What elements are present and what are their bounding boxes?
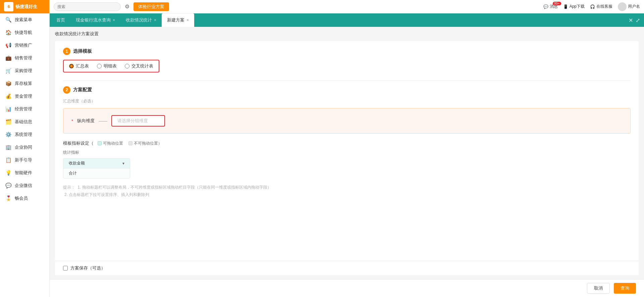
radio-detail[interactable]: 明细表 (97, 63, 117, 69)
chart-icon: 📊 (5, 106, 11, 112)
save-checkbox[interactable] (63, 266, 68, 270)
step2-title: 方案配置 (73, 87, 92, 93)
legend-draggable: 可拖动位置 (98, 141, 123, 146)
metric-dropdown-icon[interactable]: ▾ (122, 161, 124, 166)
tab-new-plan[interactable]: 新建方案 × (162, 13, 194, 27)
member-icon: 🎖️ (5, 195, 11, 201)
tabs-bar: 首页 现金银行流水查询 × 收款情况统计 × 新建方案 × ✕ ⤢ (50, 13, 644, 27)
download-item[interactable]: 📱 App下载 (563, 4, 585, 9)
metric-settings-header: 模板指标设定（ 可拖动位置 不可拖动位置） (63, 140, 631, 146)
sidebar-item-label: 企业微信 (15, 183, 32, 189)
vertical-label: 纵向维度 (77, 118, 95, 124)
inventory-icon: 📦 (5, 81, 11, 87)
radio-cross-label: 交叉统计表 (131, 63, 153, 69)
sidebar-item-finance[interactable]: 💰 资金管理 (0, 90, 49, 103)
corp-icon: 🏢 (5, 144, 11, 150)
step2-section: 2 方案配置 汇总维度（必选） * 纵向维度 —— 请选择分组维度 (63, 86, 631, 198)
expand-icon[interactable]: ⤢ (636, 17, 640, 23)
query-button[interactable]: 查询 (614, 283, 636, 294)
sidebar-item-wechat[interactable]: 💬 企业微信 (0, 179, 49, 192)
radio-detail-input[interactable] (97, 64, 102, 68)
non-draggable-dot (128, 141, 132, 145)
settings-icon[interactable]: ⚙ (125, 3, 129, 10)
sidebar-item-operations[interactable]: 📊 经营管理 (0, 103, 49, 115)
service-icon: 🎧 (590, 4, 595, 9)
trial-button[interactable]: 体验行业方案 (133, 2, 169, 11)
tabs-actions: ✕ ⤢ (629, 17, 643, 23)
guide-icon: 📋 (5, 157, 11, 163)
radio-summary[interactable]: 汇总表 (69, 63, 89, 69)
info-icon: 🗂️ (5, 119, 11, 125)
tab-new-plan-label: 新建方案 (167, 17, 184, 23)
sidebar-item-label: 搜索菜单 (15, 17, 32, 23)
save-label: 方案保存（可选） (70, 265, 105, 271)
user-item[interactable]: 用户名 (618, 2, 640, 11)
hardware-icon: 💡 (5, 170, 11, 176)
tab-bank-close[interactable]: × (113, 18, 115, 22)
sidebar-item-corp[interactable]: 🏢 企业协同 (0, 141, 49, 154)
sidebar-item-label: 畅会员 (15, 195, 28, 201)
sidebar-item-purchase[interactable]: 🛒 采购管理 (0, 64, 49, 77)
tab-receivables-close[interactable]: × (154, 18, 156, 22)
tips-section: 提示： 1. 拖动标题栏可以调整布局，不可跨维度或指标区域拖动栏目字段（只能在同… (63, 184, 631, 198)
divider1 (63, 81, 631, 81)
cart-icon: 🛒 (5, 68, 11, 74)
download-icon: 📱 (563, 4, 568, 9)
main-area: ⚙ 体验行业方案 💬 消息 99+ 📱 App下载 🎧 在线客服 用户名 (50, 0, 644, 297)
tab-bank-label: 现金银行流水查询 (76, 17, 111, 23)
sidebar-item-system[interactable]: ⚙️ 系统管理 (0, 128, 49, 141)
cancel-button[interactable]: 取消 (587, 283, 610, 294)
sidebar-item-search[interactable]: 🔍 搜索菜单 (0, 13, 49, 26)
username: 用户名 (628, 4, 640, 9)
logo-icon: 6 (4, 2, 13, 11)
sidebar-item-inventory[interactable]: 📦 库存核算 (0, 77, 49, 90)
tab-new-plan-close[interactable]: × (186, 18, 189, 22)
radio-detail-label: 明细表 (104, 63, 117, 69)
topbar: ⚙ 体验行业方案 💬 消息 99+ 📱 App下载 🎧 在线客服 用户名 (50, 0, 644, 13)
topbar-right: 💬 消息 99+ 📱 App下载 🎧 在线客服 用户名 (543, 2, 640, 11)
radio-cross-input[interactable] (125, 64, 129, 68)
sidebar-item-hardware[interactable]: 💡 智能硬件 (0, 166, 49, 179)
step1-title: 选择模板 (73, 48, 92, 54)
stats-section-label: 统计指标 (63, 150, 631, 155)
template-options: 汇总表 明细表 交叉统计表 (63, 60, 159, 72)
close-all-icon[interactable]: ✕ (629, 17, 633, 23)
service-item[interactable]: 🎧 在线客服 (590, 4, 612, 9)
sidebar-item-label: 基础信息 (15, 119, 32, 125)
radio-summary-input[interactable] (69, 64, 74, 68)
home-icon: 🏠 (5, 30, 11, 36)
message-item[interactable]: 💬 消息 99+ (543, 4, 558, 9)
sidebar-item-marketing[interactable]: 📢 营销推广 (0, 39, 49, 52)
avatar (618, 2, 627, 11)
megaphone-icon: 📢 (5, 42, 11, 48)
tab-receivables-label: 收款情况统计 (126, 17, 152, 23)
sidebar-item-basic-info[interactable]: 🗂️ 基础信息 (0, 115, 49, 128)
search-input[interactable] (54, 2, 121, 11)
sidebar-item-label: 营销推广 (15, 42, 32, 48)
draggable-label: 可拖动位置 (103, 141, 123, 146)
sidebar-item-label: 资金管理 (15, 93, 32, 99)
tab-bank[interactable]: 现金银行流水查询 × (70, 13, 120, 27)
sidebar-item-sales[interactable]: 💼 销售管理 (0, 52, 49, 64)
metric-settings: 模板指标设定（ 可拖动位置 不可拖动位置） 统计指标 (63, 140, 631, 179)
tab-receivables[interactable]: 收款情况统计 × (120, 13, 162, 27)
logo-text: 畅捷通好生 (15, 4, 37, 10)
sidebar-item-quicknav[interactable]: 🏠 快捷导航 (0, 26, 49, 39)
dimension-select[interactable]: 请选择分组维度 (111, 115, 165, 127)
sidebar-item-guide[interactable]: 📋 新手引导 (0, 154, 49, 166)
step1-header: 1 选择模板 (63, 48, 631, 55)
sidebar-item-member[interactable]: 🎖️ 畅会员 (0, 192, 49, 205)
radio-cross[interactable]: 交叉统计表 (125, 63, 153, 69)
tab-home[interactable]: 首页 (51, 13, 70, 27)
message-icon: 💬 (543, 4, 548, 9)
sidebar-item-label: 库存核算 (15, 81, 32, 87)
metric-header-text: 收款金额 (69, 160, 85, 166)
content-area: 收款情况统计方案设置 1 选择模板 汇总表 明细表 (50, 27, 644, 279)
sidebar-item-label: 新手引导 (15, 157, 32, 163)
dimension-area: * 纵向维度 —— 请选择分组维度 (63, 108, 631, 134)
metric-table-header[interactable]: 收款金额 ▾ (63, 158, 130, 168)
sidebar-item-label: 系统管理 (15, 132, 32, 138)
sidebar: 6 畅捷通好生 🔍 搜索菜单 🏠 快捷导航 📢 营销推广 💼 销售管理 🛒 采购… (0, 0, 50, 297)
dimension-config-label: 汇总维度（必选） (63, 98, 631, 104)
metric-table: 收款金额 ▾ 合计 (63, 158, 130, 179)
